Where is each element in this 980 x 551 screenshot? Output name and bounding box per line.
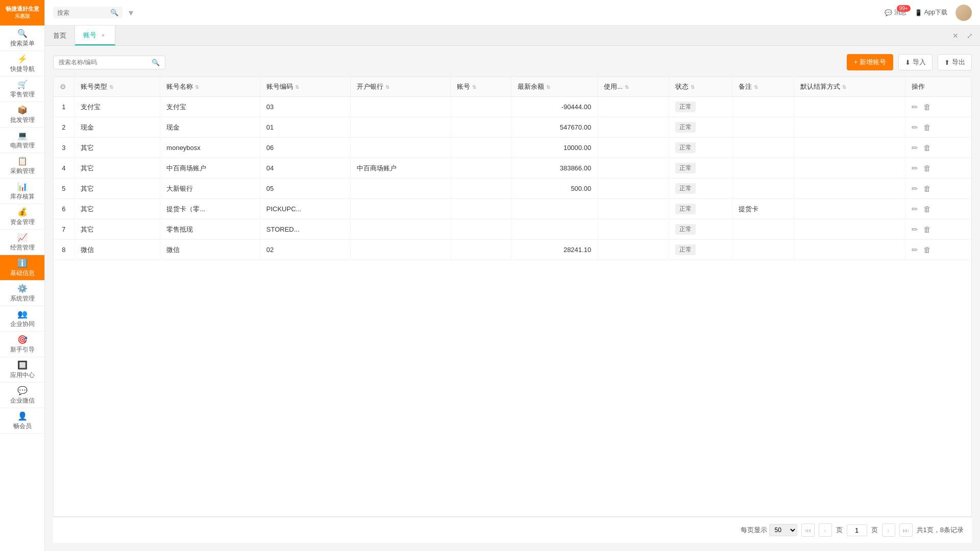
td-code-4: 04 xyxy=(260,158,351,179)
app-download-button[interactable]: 📱 App下载 xyxy=(915,8,947,17)
td-code-2: 01 xyxy=(260,117,351,138)
delete-button-8[interactable]: 🗑 xyxy=(923,245,931,254)
sidebar-item-7[interactable]: 💰资金管理 xyxy=(0,204,44,230)
edit-button-5[interactable]: ✏ xyxy=(912,184,918,193)
th-remark[interactable]: 备注⇅ xyxy=(732,77,794,97)
th-type[interactable]: 账号类型⇅ xyxy=(74,77,160,97)
tab-close-action[interactable]: ✕ xyxy=(949,30,962,42)
tab-account-close[interactable]: × xyxy=(100,32,107,39)
td-remark-7 xyxy=(732,219,794,240)
tab-home[interactable]: 首页 xyxy=(45,26,75,45)
last-page-button[interactable]: ⏭ xyxy=(899,523,913,537)
td-account-4 xyxy=(450,158,511,179)
header-search-input[interactable] xyxy=(57,9,108,16)
sidebar-item-4[interactable]: 💻电商管理 xyxy=(0,128,44,153)
td-type-8: 微信 xyxy=(74,240,160,260)
td-name-4: 中百商场账户 xyxy=(160,158,260,179)
sidebar-item-14[interactable]: 💬企业微信 xyxy=(0,383,44,408)
sidebar-item-2[interactable]: 🛒零售管理 xyxy=(0,77,44,102)
th-code[interactable]: 账号编码⇅ xyxy=(260,77,351,97)
edit-button-4[interactable]: ✏ xyxy=(912,164,918,172)
td-balance-8: 28241.10 xyxy=(511,240,598,260)
account-search-input[interactable] xyxy=(59,59,149,66)
table-row: 6 其它 提货卡（零... PICKUPC... 正常 提货卡 ✏ 🗑 xyxy=(54,199,971,219)
header-search-box[interactable]: 🔍 xyxy=(53,7,122,18)
header-search-icon: 🔍 xyxy=(110,9,118,16)
th-account[interactable]: 账号⇅ xyxy=(450,77,511,97)
td-balance-4: 383866.00 xyxy=(511,158,598,179)
sidebar-icon-6: 📊 xyxy=(17,182,28,191)
td-action-4: ✏ 🗑 xyxy=(905,158,971,179)
import-button[interactable]: ⬇ 导入 xyxy=(898,54,933,70)
edit-button-1[interactable]: ✏ xyxy=(912,103,918,111)
account-table: ⚙ 账号类型⇅ 账号名称⇅ 账号编码⇅ 开户银行⇅ 账号⇅ 最新余额⇅ 使用..… xyxy=(54,77,971,260)
th-default-payment[interactable]: 默认结算方式⇅ xyxy=(794,77,905,97)
page-number-input[interactable] xyxy=(847,524,867,536)
th-usage[interactable]: 使用...⇅ xyxy=(598,77,669,97)
delete-button-5[interactable]: 🗑 xyxy=(923,184,931,193)
th-name[interactable]: 账号名称⇅ xyxy=(160,77,260,97)
prev-page-button[interactable]: ‹ xyxy=(819,523,832,537)
first-page-button[interactable]: ⏮ xyxy=(801,523,815,537)
delete-button-4[interactable]: 🗑 xyxy=(923,164,931,172)
th-account-sort-icon: ⇅ xyxy=(472,84,476,90)
td-remark-1 xyxy=(732,97,794,117)
th-bank[interactable]: 开户银行⇅ xyxy=(351,77,450,97)
app-logo: 畅捷通好生意 乐惠版 xyxy=(0,0,44,26)
sidebar-item-9[interactable]: ℹ️基础信息 xyxy=(0,255,44,281)
import-icon: ⬇ xyxy=(905,59,911,66)
sidebar-item-10[interactable]: ⚙️系统管理 xyxy=(0,281,44,306)
td-usage-2 xyxy=(598,117,669,138)
account-search-box[interactable]: 🔍 xyxy=(53,56,165,69)
page-size-select[interactable]: 50 100 200 xyxy=(769,524,797,536)
delete-button-6[interactable]: 🗑 xyxy=(923,205,931,213)
td-id-3: 3 xyxy=(54,138,74,158)
account-search-icon: 🔍 xyxy=(152,59,160,66)
edit-button-2[interactable]: ✏ xyxy=(912,123,918,132)
sidebar-item-15[interactable]: 👤畅会员 xyxy=(0,408,44,434)
tab-expand-action[interactable]: ⤢ xyxy=(964,30,976,42)
user-avatar[interactable] xyxy=(955,5,972,21)
message-button[interactable]: 💬 消息 99+ xyxy=(885,8,906,17)
td-action-2: ✏ 🗑 xyxy=(905,117,971,138)
sidebar-item-1[interactable]: ⚡快捷导航 xyxy=(0,51,44,77)
sidebar-item-8[interactable]: 📈经营管理 xyxy=(0,230,44,255)
th-usage-label: 使用... xyxy=(604,82,623,91)
sidebar-item-5[interactable]: 📋采购管理 xyxy=(0,153,44,179)
sidebar-item-12[interactable]: 🎯新手引导 xyxy=(0,332,44,357)
page-size-control: 每页显示 50 100 200 xyxy=(741,524,797,536)
add-account-button[interactable]: + 新增账号 xyxy=(847,54,893,70)
edit-button-3[interactable]: ✏ xyxy=(912,143,918,152)
td-account-1 xyxy=(450,97,511,117)
header-right: 💬 消息 99+ 📱 App下载 xyxy=(885,5,972,21)
sidebar-item-0[interactable]: 🔍搜索菜单 xyxy=(0,26,44,51)
th-status[interactable]: 状态⇅ xyxy=(669,77,732,97)
td-code-5: 05 xyxy=(260,179,351,199)
sidebar-item-6[interactable]: 📊库存核算 xyxy=(0,179,44,204)
edit-button-7[interactable]: ✏ xyxy=(912,225,918,234)
sidebar-item-11[interactable]: 👥企业协同 xyxy=(0,306,44,332)
edit-button-8[interactable]: ✏ xyxy=(912,245,918,254)
export-button[interactable]: ⬆ 导出 xyxy=(938,54,972,70)
sidebar-label-7: 资金管理 xyxy=(10,218,35,227)
next-page-button[interactable]: › xyxy=(882,523,895,537)
th-settings[interactable]: ⚙ xyxy=(54,77,74,97)
delete-button-1[interactable]: 🗑 xyxy=(923,103,931,111)
th-balance[interactable]: 最新余额⇅ xyxy=(511,77,598,97)
td-name-5: 大新银行 xyxy=(160,179,260,199)
td-code-1: 03 xyxy=(260,97,351,117)
delete-button-2[interactable]: 🗑 xyxy=(923,123,931,132)
app-icon: 📱 xyxy=(915,9,922,16)
td-remark-3 xyxy=(732,138,794,158)
sidebar-label-3: 批发管理 xyxy=(10,116,35,124)
sidebar-item-3[interactable]: 📦批发管理 xyxy=(0,102,44,128)
edit-button-6[interactable]: ✏ xyxy=(912,205,918,213)
delete-button-7[interactable]: 🗑 xyxy=(923,225,931,234)
tab-account[interactable]: 账号 × xyxy=(75,26,115,45)
sidebar-item-13[interactable]: 🔲应用中心 xyxy=(0,357,44,383)
header-dropdown-icon[interactable]: ▾ xyxy=(129,7,133,18)
td-remark-2 xyxy=(732,117,794,138)
content-area: 🔍 + 新增账号 ⬇ 导入 ⬆ 导出 ⚙ 账号类型⇅ xyxy=(45,46,980,551)
delete-button-3[interactable]: 🗑 xyxy=(923,143,931,152)
td-default-payment-6 xyxy=(794,199,905,219)
